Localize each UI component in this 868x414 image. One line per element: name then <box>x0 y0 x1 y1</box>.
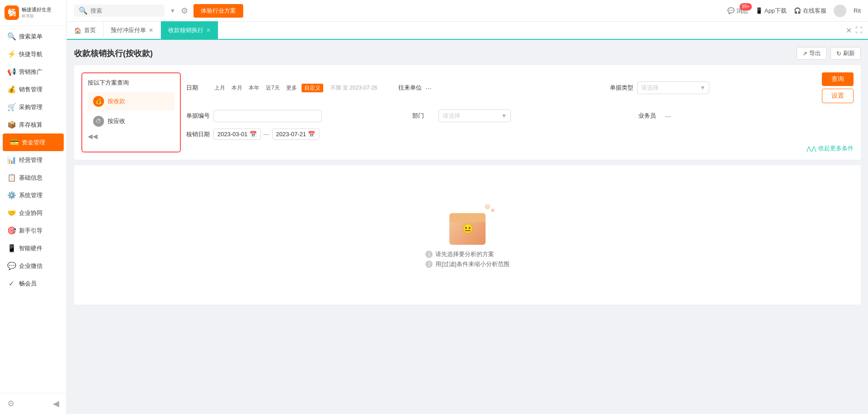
writeoff-date-label: 核销日期 <box>186 130 210 138</box>
shortcut-more[interactable]: 更多 <box>284 84 299 92</box>
sidebar-item-system[interactable]: ⚙️ 系统管理 <box>0 186 66 204</box>
sidebar-label-hardware: 智能硬件 <box>19 244 42 252</box>
filter-writeoff-date-item: 核销日期 2023-03-01 📅 — 2023-07-21 📅 <box>186 128 854 140</box>
sidebar-item-quick[interactable]: ⚡ 快捷导航 <box>0 45 66 63</box>
voucher-type-select[interactable]: 请选择 ▼ <box>637 81 709 94</box>
receivable-icon: ⏱ <box>93 116 104 127</box>
voucher-no-input[interactable] <box>213 110 322 122</box>
enterprise-icon: 🤝 <box>7 209 15 217</box>
logo-icon: 畅 <box>5 5 19 20</box>
tab-expand-icon[interactable]: ⛶ <box>855 26 863 34</box>
settings-gear-icon[interactable]: ⚙ <box>181 6 188 16</box>
setting-button[interactable]: 设置 <box>822 89 854 103</box>
sidebar-label-enterprise: 企业协同 <box>19 209 42 217</box>
sidebar-label-wechat: 企业微信 <box>19 262 42 270</box>
tab-prepay-close-icon[interactable]: ✕ <box>149 27 153 33</box>
customer-service-action[interactable]: 🎧 在线客服 <box>794 7 826 15</box>
shortcut-this-year[interactable]: 本年 <box>247 84 261 92</box>
app-download-action[interactable]: 📱 App下载 <box>755 7 787 15</box>
collapse-icon[interactable]: ◀ <box>53 399 59 409</box>
filter-row-1: 日期 上月 本月 本年 近7天 更多 自定义 不限 至 2023-07-26 <box>186 72 854 103</box>
date-shortcuts: 上月 本月 本年 近7天 更多 自定义 <box>212 84 323 92</box>
writeoff-start-date[interactable]: 2023-03-01 📅 <box>213 128 261 140</box>
tab-writeoff-close-icon[interactable]: ✕ <box>206 27 211 33</box>
sidebar-item-wechat[interactable]: 💬 企业微信 <box>0 257 66 275</box>
topbar: 🔍 ▼ ⚙ 体验行业方案 💬 消息 99+ 📱 App下载 🎧 在线客服 Rit <box>67 0 868 22</box>
search-input[interactable] <box>90 7 154 14</box>
search-bar[interactable]: 🔍 <box>74 5 165 17</box>
wechat-icon: 💬 <box>7 262 15 270</box>
sidebar-label-marketing: 营销推广 <box>19 68 42 76</box>
sidebar-label-basic: 基础信息 <box>19 174 42 182</box>
tab-home[interactable]: 🏠 首页 <box>67 21 104 39</box>
dept-select[interactable]: 请选择 ▼ <box>439 109 511 122</box>
staff-label: 业务员 <box>638 112 661 120</box>
tab-close-all-icon[interactable]: ✕ <box>846 26 852 35</box>
user-avatar[interactable] <box>834 5 846 17</box>
dropdown-arrow-icon[interactable]: ▼ <box>170 8 175 14</box>
sidebar-item-inventory[interactable]: 📦 库存核算 <box>0 116 66 133</box>
filter-collapse-icon[interactable]: ◀◀ <box>88 133 98 140</box>
filter-by-receivable[interactable]: ⏱ 按应收 <box>88 112 175 130</box>
sidebar-item-purchase[interactable]: 🛒 采购管理 <box>0 98 66 116</box>
content-area: 收款核销执行(按收款) ↗ 导出 ↻ 刷新 按以下方案查询 💰 按收款 <box>67 40 868 414</box>
filter-scheme-selector: 按以下方案查询 💰 按收款 ⏱ 按应收 ◀◀ <box>81 72 181 152</box>
page-actions: ↗ 导出 ↻ 刷新 <box>797 47 861 60</box>
page-title: 收款核销执行(按收款) <box>74 48 153 59</box>
writeoff-start-value: 2023-03-01 <box>217 131 248 138</box>
filter-row-3: 核销日期 2023-03-01 📅 — 2023-07-21 📅 <box>186 128 854 140</box>
sidebar-item-sales[interactable]: 💰 销售管理 <box>0 81 66 98</box>
filter-receipt-label: 按收款 <box>108 97 125 105</box>
sidebar-item-member[interactable]: ✓ 畅会员 <box>0 275 66 292</box>
shortcut-7days[interactable]: 近7天 <box>264 84 282 92</box>
sidebar-item-marketing[interactable]: 📢 营销推广 <box>0 63 66 81</box>
sidebar-item-guide[interactable]: 🎯 新手引导 <box>0 222 66 239</box>
sidebar-label-inventory: 库存核算 <box>19 121 42 129</box>
empty-hint-2: 2 用[过滤]条件来缩小分析范围 <box>425 260 509 268</box>
filter-receivable-label: 按应收 <box>108 117 125 125</box>
sidebar-item-search[interactable]: 🔍 搜索菜单 <box>0 28 66 45</box>
sidebar-item-finance[interactable]: 💳 资金管理 <box>3 133 64 151</box>
refresh-button[interactable]: ↻ 刷新 <box>830 47 861 60</box>
settings-icon[interactable]: ⚙ <box>7 399 14 409</box>
username-label: Rit <box>854 7 861 14</box>
tab-writeoff-label: 收款核销执行 <box>168 26 203 34</box>
empty-state: 😐 1 请先选择要分析的方案 2 用[过滤]条件来缩小分析范围 <box>81 172 854 297</box>
tab-home-label: 首页 <box>84 26 96 34</box>
query-button[interactable]: 查询 <box>822 72 854 86</box>
home-icon: 🏠 <box>74 27 81 34</box>
export-button[interactable]: ↗ 导出 <box>797 47 827 60</box>
sidebar-label-sales: 销售管理 <box>19 86 42 94</box>
tab-writeoff[interactable]: 收款核销执行 ✕ <box>161 21 218 39</box>
shortcut-custom[interactable]: 自定义 <box>302 84 323 92</box>
refresh-icon: ↻ <box>836 50 841 57</box>
shortcut-this-month[interactable]: 本月 <box>230 84 244 92</box>
filter-voucher-type-item: 单据类型 请选择 ▼ <box>610 81 811 94</box>
finance-icon: 💳 <box>10 138 18 147</box>
writeoff-end-date[interactable]: 2023-07-21 📅 <box>272 128 320 140</box>
industry-solution-button[interactable]: 体验行业方案 <box>193 4 243 18</box>
app-edition: 标准版 <box>22 13 52 19</box>
sidebar-item-operations[interactable]: 📊 经营管理 <box>0 151 66 169</box>
sidebar-item-hardware[interactable]: 📱 智能硬件 <box>0 239 66 257</box>
empty-state-card: 😐 1 请先选择要分析的方案 2 用[过滤]条件来缩小分析范围 <box>74 165 861 305</box>
filter-by-receipt[interactable]: 💰 按收款 <box>88 92 175 110</box>
sidebar-label-purchase: 采购管理 <box>19 103 42 111</box>
select-chevron-icon: ▼ <box>700 85 705 91</box>
sidebar-item-basic[interactable]: 📋 基础信息 <box>0 169 66 186</box>
export-label: 导出 <box>809 49 821 57</box>
main-area: 🔍 ▼ ⚙ 体验行业方案 💬 消息 99+ 📱 App下载 🎧 在线客服 Rit <box>67 0 868 414</box>
staff-dots-icon[interactable]: ··· <box>665 111 671 121</box>
message-action[interactable]: 💬 消息 99+ <box>727 7 748 15</box>
sidebar-label-finance: 资金管理 <box>22 138 45 147</box>
chevron-up-icon: ⋀⋀ <box>807 145 816 152</box>
expand-conditions[interactable]: ⋀⋀ 收起更多条件 <box>186 144 854 152</box>
tab-prepay[interactable]: 预付冲应付单 ✕ <box>104 21 161 39</box>
sidebar-item-enterprise[interactable]: 🤝 企业协同 <box>0 204 66 222</box>
empty-hint-1: 1 请先选择要分析的方案 <box>425 250 509 258</box>
filter-rows: 日期 上月 本月 本年 近7天 更多 自定义 不限 至 2023-07-26 <box>186 72 854 140</box>
sidebar-label-operations: 经营管理 <box>19 156 42 164</box>
shortcut-last-month[interactable]: 上月 <box>212 84 227 92</box>
counterparty-dots-icon[interactable]: ··· <box>425 83 432 93</box>
sidebar-label-member: 畅会员 <box>19 280 37 288</box>
